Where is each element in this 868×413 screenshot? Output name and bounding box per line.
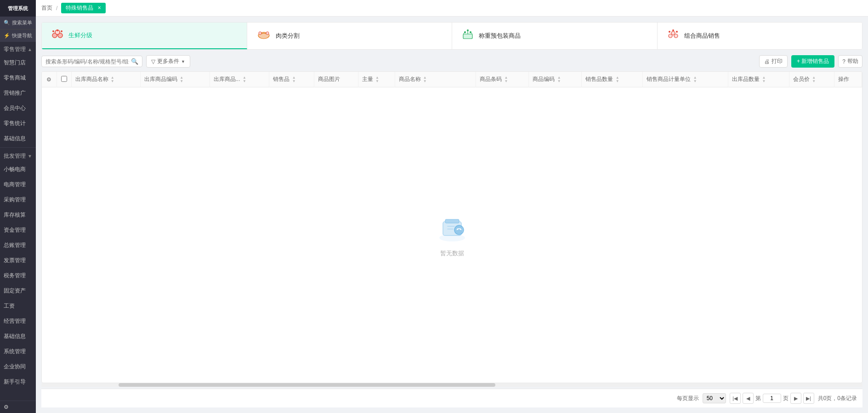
sort-icon[interactable]: ▲▼ <box>180 76 183 83</box>
sort-icon[interactable]: ▲▼ <box>616 76 619 83</box>
tab-combo-sales[interactable]: 组合商品销售 <box>658 23 862 49</box>
th-sales-unit: 销售商品计量单位 ▲▼ <box>643 72 728 87</box>
prev-page-button[interactable]: ◀ <box>743 393 754 404</box>
sidebar-item-system[interactable]: 系统管理 <box>0 344 36 359</box>
sidebar-item-ecom-manage[interactable]: 电商管理 <box>0 177 36 192</box>
sidebar-item-marketing[interactable]: 营销推广 <box>0 86 36 101</box>
search-input[interactable] <box>45 58 129 65</box>
sidebar-item-operations[interactable]: 经营管理 <box>0 314 36 329</box>
sidebar-item-retail-stats[interactable]: 零售统计 <box>0 116 36 131</box>
per-page-select[interactable]: 50 10 20 100 <box>703 393 726 403</box>
sort-icon[interactable]: ▲▼ <box>504 76 508 83</box>
select-all-checkbox[interactable] <box>61 76 67 82</box>
table: ⚙ 出库商品名称 ▲▼ 出库商品编码 ▲▼ 出库 <box>42 72 862 87</box>
sidebar-item-finance[interactable]: 资金管理 <box>0 223 36 238</box>
th-sales-qty: 销售品数量 ▲▼ <box>582 72 643 87</box>
th-out-code: 出库商品编码 ▲▼ <box>141 72 210 87</box>
table-header-row: ⚙ 出库商品名称 ▲▼ 出库商品编码 ▲▼ 出库 <box>42 72 862 87</box>
sort-icon[interactable]: ▲▼ <box>812 76 816 83</box>
meat-cut-icon <box>256 29 271 42</box>
sidebar-section-retail: 零售管理 ▲ 智慧门店 零售商城 营销推广 会员中心 零售统计 基础信息 <box>0 42 36 146</box>
sidebar-item-member-center[interactable]: 会员中心 <box>0 101 36 116</box>
th-goods-name: 商品名称 ▲▼ <box>395 72 476 87</box>
sort-icon[interactable]: ▲▼ <box>375 76 379 83</box>
page-input[interactable] <box>763 394 781 403</box>
svg-point-26 <box>457 229 458 230</box>
sidebar-item-basic-info2[interactable]: 基础信息 <box>0 329 36 344</box>
empty-text: 暂无数据 <box>440 249 464 258</box>
th-checkbox[interactable] <box>57 72 71 87</box>
sidebar-item-tax[interactable]: 税务管理 <box>0 268 36 283</box>
th-settings[interactable]: ⚙ <box>42 72 57 87</box>
svg-point-7 <box>259 32 261 34</box>
sidebar-item-basic-info[interactable]: 基础信息 <box>0 131 36 146</box>
next-page-button[interactable]: ▶ <box>790 393 801 404</box>
scrollbar-thumb[interactable] <box>119 383 495 387</box>
sort-icon[interactable]: ▲▼ <box>292 76 296 83</box>
sidebar-item-ecommerce[interactable]: 小畅电商 <box>0 162 36 177</box>
search-box[interactable]: 🔍 <box>41 56 142 67</box>
tab-weight-prepack[interactable]: 称重预包装商品 <box>452 23 658 49</box>
sidebar-item-smart-store[interactable]: 智慧门店 <box>0 55 36 70</box>
sort-icon[interactable]: ▲▼ <box>762 76 766 83</box>
sidebar: 管理系统 🔍 搜索菜单 ⚡ 快捷导航 零售管理 ▲ 智慧门店 零售商城 营销推广… <box>0 0 36 413</box>
th-out-spec: 出库商品... ▲▼ <box>210 72 269 87</box>
svg-point-4 <box>57 29 58 31</box>
page-label: 第 <box>755 395 761 402</box>
th-barcode: 商品条码 ▲▼ <box>476 72 529 87</box>
th-operation: 操作 <box>834 72 862 87</box>
sidebar-item-newbie[interactable]: 新手引导 <box>0 374 36 390</box>
pagination-nav: |◀ ◀ 第 页 ▶ ▶| <box>730 393 814 404</box>
sort-icon[interactable]: ▲▼ <box>243 76 246 83</box>
first-page-button[interactable]: |◀ <box>730 393 741 404</box>
fresh-grade-label: 生鲜分级 <box>68 31 92 40</box>
sidebar-search[interactable]: 🔍 搜索菜单 <box>0 17 36 29</box>
th-image: 商品图片 <box>314 72 358 87</box>
tab-close-icon[interactable]: × <box>98 5 101 11</box>
sort-icon[interactable]: ▲▼ <box>423 76 427 83</box>
total-label: 共0页，0条记录 <box>818 395 857 402</box>
sort-icon[interactable]: ▲▼ <box>557 76 561 83</box>
quick-nav-icon: ⚡ <box>4 33 10 39</box>
horizontal-scrollbar[interactable] <box>41 383 862 387</box>
filter-button[interactable]: ▽ 更多条件 ▼ <box>146 55 190 68</box>
search-icon: 🔍 <box>4 20 10 26</box>
print-icon: 🖨 <box>764 58 770 65</box>
sidebar-item-fixed-assets[interactable]: 固定资产 <box>0 283 36 298</box>
breadcrumb-active[interactable]: 特殊销售品 × <box>61 3 105 13</box>
help-button[interactable]: ? 帮助 <box>838 55 862 68</box>
combo-sales-label: 组合商品销售 <box>684 32 720 40</box>
last-page-button[interactable]: ▶| <box>803 393 814 404</box>
meat-cut-label: 肉类分割 <box>276 32 300 40</box>
print-button[interactable]: 🖨 打印 <box>759 55 788 68</box>
sidebar-settings[interactable]: ⚙ <box>0 401 36 413</box>
sidebar-group-wholesale[interactable]: 批发管理 ▼ <box>0 149 36 162</box>
sidebar-item-inventory[interactable]: 库存核算 <box>0 207 36 223</box>
sidebar-item-ledger[interactable]: 总账管理 <box>0 238 36 253</box>
sidebar-item-purchase[interactable]: 采购管理 <box>0 192 36 207</box>
sort-icon[interactable]: ▲▼ <box>111 76 114 83</box>
breadcrumb-home[interactable]: 首页 <box>41 4 52 12</box>
sidebar-group-retail[interactable]: 零售管理 ▲ <box>0 42 36 55</box>
pagination: 每页显示 50 10 20 100 |◀ ◀ 第 页 ▶ ▶| 共0页，0条记录 <box>41 389 862 407</box>
weight-prepack-icon <box>461 29 474 42</box>
sidebar-item-collab[interactable]: 企业协同 <box>0 359 36 374</box>
svg-point-5 <box>61 30 62 32</box>
sort-icon[interactable]: ▲▼ <box>693 76 697 83</box>
add-sales-item-button[interactable]: + 新增销售品 <box>791 55 834 68</box>
sidebar-item-payroll[interactable]: 工资 <box>0 298 36 314</box>
svg-rect-9 <box>463 34 472 39</box>
filter-icon: ▽ <box>151 58 155 65</box>
svg-point-14 <box>464 31 466 33</box>
toolbar-right: 🖨 打印 + 新增销售品 ? 帮助 <box>759 55 862 68</box>
tab-meat-cut[interactable]: 肉类分割 <box>247 23 453 49</box>
svg-point-25 <box>454 225 464 235</box>
svg-rect-24 <box>445 219 459 223</box>
sidebar-quick-nav[interactable]: ⚡ 快捷导航 <box>0 29 36 42</box>
sidebar-item-retail-mall[interactable]: 零售商城 <box>0 70 36 86</box>
main-content: 首页 / 特殊销售品 × <box>36 0 868 413</box>
sidebar-item-invoice[interactable]: 发票管理 <box>0 253 36 268</box>
topbar: 首页 / 特殊销售品 × <box>36 0 868 17</box>
tab-fresh-grade[interactable]: 生鲜分级 <box>42 23 247 49</box>
data-table: ⚙ 出库商品名称 ▲▼ 出库商品编码 ▲▼ 出库 <box>41 71 862 383</box>
